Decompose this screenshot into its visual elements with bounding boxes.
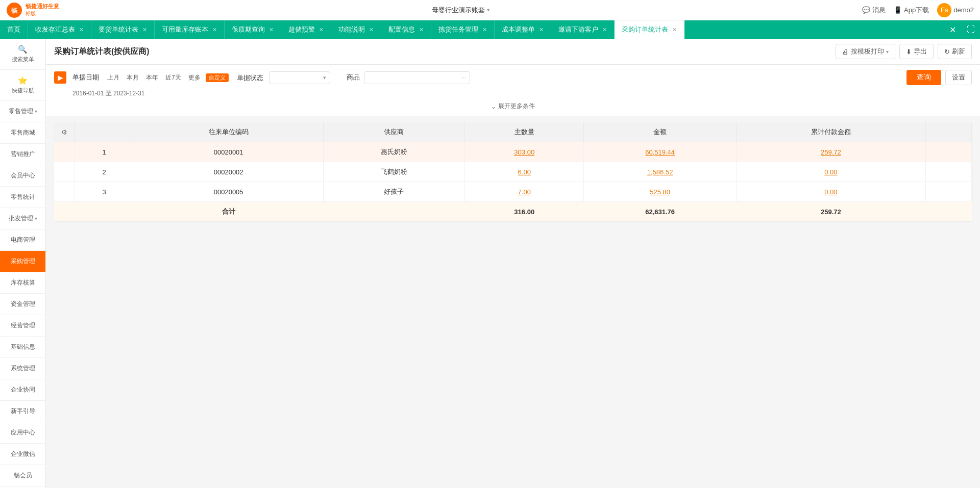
retail-mall-label: 零售商城	[11, 129, 35, 137]
tab-pick-task[interactable]: 拣货任务管理 ✕	[431, 20, 495, 39]
sidebar-item-ecommerce[interactable]: 电商管理	[0, 229, 45, 251]
status-label: 单据状态	[237, 74, 263, 82]
amount-cell[interactable]: 1,586.52	[584, 162, 736, 182]
amount-cell[interactable]: 525.80	[584, 182, 736, 202]
tab-order-summary[interactable]: 要货单统计表 ✕	[91, 20, 155, 39]
tab-overstock-warning[interactable]: 超储预警 ✕	[281, 20, 331, 39]
maximize-btn[interactable]: ⛶	[962, 20, 980, 39]
unit-code-cell: 00020002	[134, 162, 323, 182]
custom-badge[interactable]: 自定义	[206, 73, 229, 82]
sidebar-item-wholesale[interactable]: 批发管理 ▾	[0, 208, 45, 229]
sidebar: 🔍 搜索菜单 ⭐ 快捷导航 零售管理 ▾ 零售商城 营销推广 会员中心 零售统计…	[0, 39, 46, 488]
tab-available-stock[interactable]: 可用量库存账本 ✕	[155, 20, 225, 39]
sidebar-item-operations[interactable]: 经营管理	[0, 315, 45, 337]
num-col-header	[75, 122, 134, 142]
expand-more-button[interactable]: ⌄ 展开更多条件	[491, 102, 535, 111]
column-settings-icon[interactable]: ⚙	[61, 129, 67, 136]
sidebar-item-quicknav[interactable]: ⭐ 快捷导航	[0, 70, 45, 101]
supplier-col-header: 供应商	[323, 122, 464, 142]
sidebar-item-enterprise[interactable]: 企业协同	[0, 379, 45, 401]
tab-config-info[interactable]: 配置信息 ✕	[381, 20, 431, 39]
goods-input[interactable]	[364, 71, 470, 84]
shortcut-more[interactable]: 更多	[186, 73, 203, 83]
nav-right-buttons: ✕ ⛶	[943, 20, 980, 39]
retail-label: 零售管理	[9, 107, 33, 116]
table-header-row: ⚙ 往来单位编码 供应商 主数量 金额 累计付款金额	[54, 122, 972, 142]
sidebar-item-basics[interactable]: 基础信息	[0, 337, 45, 358]
purchase-label: 采购管理	[11, 257, 35, 266]
data-table: ⚙ 往来单位编码 供应商 主数量 金额 累计付款金额 1	[54, 122, 972, 221]
supplier-cell: 惠氏奶粉	[323, 142, 464, 162]
close-icon[interactable]: ✕	[672, 27, 677, 33]
status-select[interactable]	[269, 71, 330, 84]
close-icon[interactable]: ✕	[482, 27, 487, 33]
close-icon[interactable]: ✕	[602, 27, 607, 33]
amount-cell[interactable]: 60,519.44	[584, 142, 736, 162]
refresh-label: 刷新	[952, 47, 965, 56]
workspace-selector[interactable]: 母婴行业演示账套 ▾	[428, 6, 494, 15]
tab-collect-send[interactable]: 收发存汇总表 ✕	[28, 20, 91, 39]
filter-row: ▶ 单据日期 上月 本月 本年 近7天 更多 自定义 单据状态	[54, 70, 972, 85]
close-icon[interactable]: ✕	[79, 27, 84, 33]
sidebar-item-newbie[interactable]: 新手引导	[0, 401, 45, 422]
close-icon[interactable]: ✕	[212, 27, 217, 33]
tab-label: 邀请下游客户	[558, 25, 598, 34]
paid-amount-cell[interactable]: 259.72	[736, 142, 925, 162]
close-all-tabs-btn[interactable]: ✕	[943, 20, 962, 39]
tab-function-desc[interactable]: 功能说明 ✕	[331, 20, 381, 39]
sidebar-item-marketing[interactable]: 营销推广	[0, 144, 45, 165]
close-icon[interactable]: ✕	[369, 27, 374, 33]
app-download-btn[interactable]: 📱 App下载	[894, 6, 929, 15]
export-button[interactable]: ⬇ 导出	[899, 44, 934, 59]
close-icon[interactable]: ✕	[269, 27, 274, 33]
sidebar-item-inventory[interactable]: 库存核算	[0, 272, 45, 294]
sidebar-item-retail[interactable]: 零售管理 ▾	[0, 101, 45, 122]
sidebar-item-retail-stats[interactable]: 零售统计	[0, 187, 45, 208]
sidebar-item-retail-mall[interactable]: 零售商城	[0, 122, 45, 144]
sidebar-item-wechat[interactable]: 企业微信	[0, 444, 45, 465]
sidebar-item-search[interactable]: 🔍 搜索菜单	[0, 39, 45, 70]
filter-toggle-button[interactable]: ▶	[54, 71, 66, 84]
settings-button[interactable]: 设置	[945, 70, 972, 85]
close-icon[interactable]: ✕	[539, 27, 544, 33]
ellipsis-icon: ···	[461, 74, 466, 81]
tab-cost-adjust[interactable]: 成本调整单 ✕	[495, 20, 551, 39]
sidebar-item-system[interactable]: 系统管理	[0, 358, 45, 379]
sidebar-item-app-center[interactable]: 应用中心	[0, 422, 45, 444]
quantity-cell[interactable]: 7.00	[465, 182, 584, 202]
workspace-label: 母婴行业演示账套	[432, 6, 485, 15]
date-from: 2016-01-01	[72, 90, 104, 97]
tab-invite-downstream[interactable]: 邀请下游客户 ✕	[551, 20, 615, 39]
wholesale-label: 批发管理	[9, 214, 33, 223]
message-icon: 💬	[862, 6, 870, 14]
shortcut-last-7days[interactable]: 近7天	[163, 73, 183, 83]
print-button[interactable]: 🖨 按模板打印 ▾	[836, 44, 895, 59]
home-label: 首页	[7, 25, 20, 34]
messages-btn[interactable]: 💬 消息	[862, 6, 886, 15]
close-icon[interactable]: ✕	[319, 27, 324, 33]
refresh-button[interactable]: ↻ 刷新	[938, 44, 972, 59]
shortcut-this-year[interactable]: 本年	[144, 73, 160, 83]
enterprise-label: 企业协同	[11, 386, 35, 394]
sidebar-item-finance[interactable]: 资金管理	[0, 294, 45, 315]
shortcut-this-month[interactable]: 本月	[125, 73, 141, 83]
sidebar-item-purchase[interactable]: 采购管理	[0, 251, 45, 272]
table-row: 3 00020005 好孩子 7.00 525.80 0.00	[54, 182, 972, 202]
sidebar-item-vip[interactable]: 畅会员	[0, 465, 45, 486]
close-icon[interactable]: ✕	[142, 27, 147, 33]
tab-purchase-summary[interactable]: 采购订单统计表 ✕	[615, 20, 684, 39]
status-select-wrap	[269, 71, 330, 84]
close-icon[interactable]: ✕	[419, 27, 424, 33]
sidebar-search-label: 搜索菜单	[12, 56, 34, 63]
tab-shelf-life[interactable]: 保质期查询 ✕	[225, 20, 281, 39]
quantity-cell[interactable]: 303.00	[465, 142, 584, 162]
tab-label: 保质期查询	[232, 25, 265, 34]
user-profile[interactable]: Ea demo2	[937, 3, 974, 17]
paid-amount-cell[interactable]: 0.00	[736, 182, 925, 202]
paid-amount-cell[interactable]: 0.00	[736, 162, 925, 182]
shortcut-last-month[interactable]: 上月	[105, 73, 121, 83]
tab-home[interactable]: 首页	[0, 20, 28, 39]
query-button[interactable]: 查询	[906, 70, 941, 85]
quantity-cell[interactable]: 6.00	[465, 162, 584, 182]
sidebar-item-members[interactable]: 会员中心	[0, 165, 45, 187]
